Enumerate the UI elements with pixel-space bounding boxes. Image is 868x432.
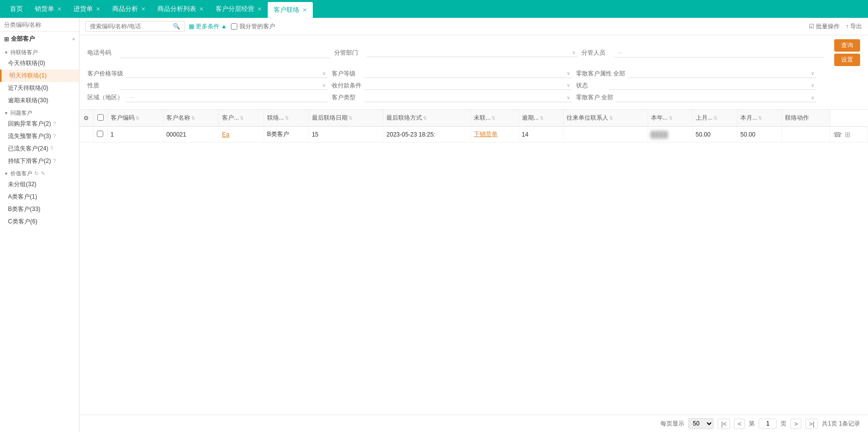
nav-item-product-analysis[interactable]: 商品分析 ✕: [106, 0, 151, 18]
row-contact-count: 15: [308, 127, 383, 143]
sidebar-item-churn-warning[interactable]: 流失预警客户(3) ?: [0, 130, 79, 143]
nature-select[interactable]: ∨: [120, 81, 328, 90]
sidebar-item-class-b[interactable]: B类客户(33): [0, 203, 79, 216]
my-customer-checkbox[interactable]: [231, 23, 237, 30]
all-customers-header[interactable]: ⊞ 全部客户 «: [0, 32, 79, 46]
my-customer-checkbox-label[interactable]: 我分管的客户: [231, 22, 275, 31]
th-type[interactable]: 客户...⇅: [219, 110, 264, 127]
person-label: 分管人员: [581, 49, 611, 57]
close-sales-icon[interactable]: ✕: [57, 6, 62, 12]
person-select[interactable]: ···: [614, 48, 824, 58]
row-unlisted: 14: [518, 127, 563, 143]
payment-select[interactable]: ∨: [364, 81, 572, 90]
more-dots-region[interactable]: ···: [130, 94, 135, 100]
row-last-method[interactable]: 下销货单: [471, 127, 519, 143]
close-product-analysis-icon[interactable]: ✕: [141, 6, 145, 12]
row-name[interactable]: Ea: [219, 127, 264, 143]
help-icon-2[interactable]: ?: [53, 134, 56, 139]
th-this-year[interactable]: 本年...⇅: [648, 110, 692, 127]
action-grid-icon[interactable]: ⊞: [845, 131, 851, 139]
nav-item-sales[interactable]: 销货单 ✕: [29, 0, 68, 18]
sidebar-item-churned[interactable]: 已流失客户(24) ?: [0, 143, 79, 155]
prev-page-btn[interactable]: <: [734, 419, 745, 429]
sidebar-item-overdue[interactable]: 逾期未联络(30): [0, 94, 79, 107]
price-level-select[interactable]: ∨: [126, 69, 328, 78]
row-select-checkbox[interactable]: [97, 131, 103, 137]
th-last-date[interactable]: 最后联络日期⇅: [308, 110, 383, 127]
help-icon-1[interactable]: ?: [53, 121, 56, 127]
region-select[interactable]: ···: [126, 93, 328, 102]
nav-item-purchase[interactable]: 进货单 ✕: [68, 0, 106, 18]
close-customer-tier-icon[interactable]: ✕: [257, 6, 262, 12]
next-page-btn[interactable]: >: [791, 419, 801, 429]
per-page-select[interactable]: 50 100 200: [688, 418, 714, 429]
close-customer-contact-icon[interactable]: ✕: [302, 7, 307, 13]
dept-select[interactable]: ∨: [367, 48, 577, 57]
customer-level-select[interactable]: ∨: [364, 69, 572, 78]
checkbox-icon: ☑: [809, 23, 814, 30]
payment-label: 收付款条件: [332, 81, 362, 90]
help-icon-3[interactable]: ?: [50, 146, 53, 151]
th-contact-count[interactable]: 联络...⇅: [264, 110, 308, 127]
close-purchase-icon[interactable]: ✕: [96, 6, 100, 12]
filter-more-btn[interactable]: ▦ 更多条件 ▲: [189, 22, 227, 31]
sidebar-item-ungrouped[interactable]: 未分组(32): [0, 178, 79, 191]
nav-item-home[interactable]: 首页: [4, 0, 29, 18]
th-name[interactable]: 客户名称⇅: [163, 110, 218, 127]
nav-item-customer-contact[interactable]: 客户联络 ✕: [268, 2, 313, 18]
last-page-btn[interactable]: >|: [805, 419, 818, 429]
row-overdue: [564, 127, 648, 143]
phone-input[interactable]: [120, 48, 330, 58]
th-overdue[interactable]: 逾期...⇅: [518, 110, 563, 127]
group-label-problem[interactable]: ▼ 问题客户: [0, 107, 79, 118]
th-this-month[interactable]: 本月...⇅: [737, 110, 782, 127]
filter-cell-customer-type: 客户类型 ∨: [332, 93, 572, 102]
nav-item-customer-tier[interactable]: 客户分层经营 ✕: [210, 0, 268, 18]
sidebar-item-class-a[interactable]: A类客户(1): [0, 191, 79, 203]
row-actions: ☎ ⊞: [830, 127, 868, 143]
filter-cell-nature: 性质 ∨: [87, 81, 328, 90]
th-code[interactable]: 客户编码⇅: [107, 110, 163, 127]
retail-customer-select[interactable]: ∨: [616, 93, 816, 102]
sidebar-search-input[interactable]: [4, 21, 78, 28]
select-all-checkbox[interactable]: [97, 114, 104, 121]
sidebar-item-repurchase-abnormal[interactable]: 回购异常客户(2) ?: [0, 118, 79, 130]
th-contact-person[interactable]: 往来单位联系人⇅: [564, 110, 648, 127]
close-product-list-icon[interactable]: ✕: [199, 6, 204, 12]
search-input[interactable]: [90, 23, 171, 30]
th-last-month[interactable]: 上月...⇅: [692, 110, 737, 127]
sidebar-item-7days[interactable]: 近7天待联络(0): [0, 82, 79, 94]
nav-item-product-list[interactable]: 商品分析列表 ✕: [151, 0, 210, 18]
sidebar-item-declining[interactable]: 持续下滑客户(2) ?: [0, 155, 79, 167]
settings-button[interactable]: 设置: [834, 54, 860, 66]
retail-attr-select[interactable]: ∨: [628, 69, 816, 78]
chevron-up-icon: ▲: [221, 23, 227, 30]
total-label: 共1页 1条记录: [822, 420, 860, 428]
row-last-month: 50.00: [737, 127, 782, 143]
th-last-method[interactable]: 最后联络方式⇅: [383, 110, 471, 127]
th-unlisted[interactable]: 未联...⇅: [471, 110, 519, 127]
collapse-icon[interactable]: «: [72, 36, 75, 42]
search-icon[interactable]: 🔍: [173, 23, 180, 30]
batch-op-btn[interactable]: ☑ 批量操作: [809, 22, 840, 31]
filter-cell-region: 区域（地区） ···: [87, 93, 328, 102]
sidebar-item-tomorrow[interactable]: 明天待联络(1): [0, 70, 79, 82]
first-page-btn[interactable]: |<: [718, 419, 730, 429]
customer-type-select[interactable]: ∨: [364, 93, 572, 102]
export-btn[interactable]: ↑ 导出: [846, 22, 862, 31]
more-dots-person[interactable]: ···: [618, 50, 623, 56]
edit-icon[interactable]: ✎: [41, 170, 45, 177]
action-phone-icon[interactable]: ☎: [833, 131, 842, 139]
group-label-value[interactable]: ▼ 价值客户 ↻ ✎: [0, 167, 79, 178]
help-icon-4[interactable]: ?: [53, 158, 56, 164]
query-button[interactable]: 查询: [834, 39, 860, 52]
sidebar-item-today[interactable]: 今天待联络(0): [0, 57, 79, 70]
row-this-month: [782, 127, 830, 143]
page-input[interactable]: [759, 419, 777, 429]
triangle-icon-2: ▼: [4, 111, 8, 116]
status-select[interactable]: ∨: [609, 81, 816, 90]
th-settings[interactable]: ⚙: [79, 110, 93, 127]
group-label-pending[interactable]: ▼ 待联络客户: [0, 46, 79, 57]
sidebar-item-class-c[interactable]: C类客户(6): [0, 216, 79, 228]
refresh-icon[interactable]: ↻: [34, 170, 39, 177]
